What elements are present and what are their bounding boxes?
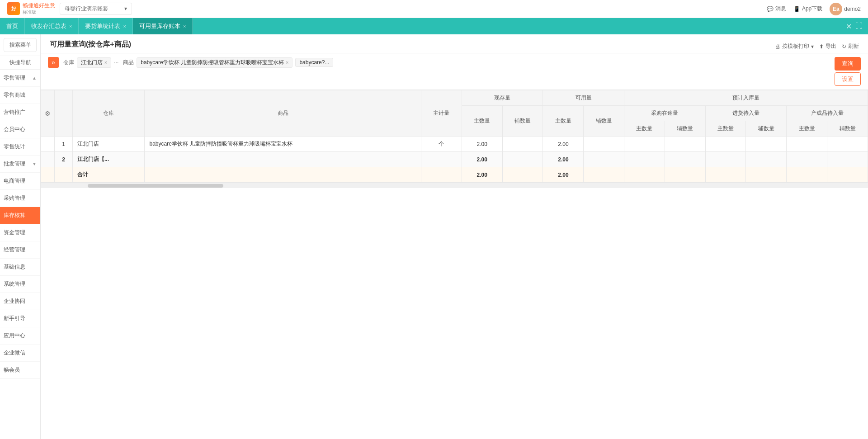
sidebar-search-button[interactable]: 搜索菜单	[4, 38, 37, 52]
th-purchase-aux: 辅数量	[665, 121, 705, 137]
top-bar-left: 好 畅捷通好生意 标准版 母婴行业演示账套 ▾	[7, 2, 132, 15]
top-bar: 好 畅捷通好生意 标准版 母婴行业演示账套 ▾ 💬 消息 📱 App下载 Ea …	[0, 0, 868, 18]
close-window-icon[interactable]: ✕	[846, 22, 852, 31]
tab-receive-summary-label: 收发存汇总表	[31, 22, 66, 30]
row1-incoming-aux	[746, 137, 787, 152]
user-area[interactable]: Ea demo2	[830, 3, 861, 15]
template-print-label: 按模板打印	[782, 42, 809, 50]
product-tag1-remove[interactable]: ×	[286, 60, 288, 65]
sidebar-item-purchase[interactable]: 采购管理	[0, 190, 40, 207]
expand-window-icon[interactable]: ⛶	[855, 22, 863, 30]
sidebar-item-marketing[interactable]: 营销推广	[0, 104, 40, 121]
message-label: 消息	[775, 5, 786, 13]
th-purchase-main: 主数量	[624, 121, 665, 137]
product-filter-value2: babycare?...	[299, 59, 329, 66]
group-available-main: 2.00	[543, 152, 584, 167]
sidebar-item-wholesale[interactable]: 批发管理 ▼	[0, 156, 40, 173]
th-incoming-group: 进货待入量	[705, 106, 787, 121]
page-title: 可用量查询(按仓库+商品)	[50, 40, 131, 49]
sidebar-item-system[interactable]: 系统管理	[0, 276, 40, 293]
total-produced-main	[787, 167, 827, 183]
tab-receive-summary[interactable]: 收发存汇总表 ×	[25, 18, 79, 34]
main-layout: 搜索菜单 快捷导航 零售管理 ▲ 零售商城 营销推广 会员中心 零售统计 批发管…	[0, 34, 868, 439]
product-filter-label: 商品	[123, 59, 134, 66]
group-row: 2 江北门店【... 2.00 2.00	[41, 152, 868, 167]
refresh-button[interactable]: ↻ 刷新	[842, 42, 859, 50]
logo-text-block: 畅捷通好生意 标准版	[23, 2, 55, 15]
warehouse-more-icon[interactable]: ···	[114, 59, 118, 66]
total-unit	[421, 167, 462, 183]
industry-selector[interactable]: 母婴行业演示账套 ▾	[60, 3, 132, 15]
sidebar-item-marketing-label: 营销推广	[4, 109, 25, 116]
th-stock-group: 现存量	[462, 90, 543, 106]
group-unit	[421, 152, 462, 167]
app-download-action[interactable]: 📱 App下载	[793, 5, 822, 13]
tab-home[interactable]: 首页	[0, 18, 25, 34]
settings-button[interactable]: 设置	[835, 72, 861, 86]
tab-available-stock-close[interactable]: ×	[183, 24, 186, 29]
message-action[interactable]: 💬 消息	[767, 5, 786, 13]
sidebar-item-retail-stats[interactable]: 零售统计	[0, 138, 40, 156]
row1-available-main: 2.00	[543, 137, 584, 152]
total-incoming-main	[705, 167, 746, 183]
group-incoming-main	[705, 152, 746, 167]
sidebar-item-enterprise-label: 企业协同	[4, 297, 25, 305]
sidebar-item-newbie-label: 新手引导	[4, 315, 25, 322]
sidebar-item-wechat[interactable]: 企业微信	[0, 345, 40, 362]
column-settings-icon[interactable]: ⚙	[45, 110, 51, 117]
horizontal-scrollbar[interactable]	[41, 183, 868, 188]
sidebar-item-newbie[interactable]: 新手引导	[0, 310, 40, 327]
tab-bar-right: ✕ ⛶	[846, 22, 868, 31]
tab-receive-summary-close[interactable]: ×	[69, 24, 72, 29]
query-button[interactable]: 查询	[835, 57, 861, 71]
sidebar-item-inventory-label: 库存核算	[4, 212, 25, 219]
sidebar-item-retail-mall[interactable]: 零售商城	[0, 87, 40, 104]
sidebar-item-finance[interactable]: 资金管理	[0, 224, 40, 241]
filter-expand-button[interactable]: »	[48, 57, 59, 68]
tab-available-stock[interactable]: 可用量库存账本 ×	[133, 18, 193, 34]
row1-incoming-main	[705, 137, 746, 152]
export-button[interactable]: ⬆ 导出	[819, 42, 836, 50]
warehouse-filter-field: 仓库 江北门店 × ···	[63, 57, 118, 68]
th-available-main: 主数量	[543, 106, 584, 137]
total-produced-aux	[827, 167, 868, 183]
th-produced-group: 产成品待入量	[787, 106, 868, 121]
th-forecast-group: 预计入库量	[624, 90, 868, 106]
chevron-down-icon: ▾	[124, 5, 127, 12]
sidebar-item-operations[interactable]: 经营管理	[0, 241, 40, 259]
group-no: 2	[55, 152, 73, 167]
filter-main: » 仓库 江北门店 × ··· 商品 babycare学饮杯 儿童防摔防撞吸管杯…	[48, 57, 830, 68]
tab-order-stats[interactable]: 要货单统计表 ×	[79, 18, 132, 34]
row1-no: 1	[55, 137, 73, 152]
template-print-button[interactable]: 🖨 按模板打印 ▾	[775, 42, 814, 50]
group-purchase-main	[624, 152, 665, 167]
tab-home-label: 首页	[6, 22, 18, 30]
table-container: ⚙ 仓库 商品 主计量 现存量 可用量 预计入库量 主数量 辅数量 主数量	[41, 90, 868, 439]
group-stock-main: 2.00	[462, 152, 502, 167]
warehouse-tag-remove[interactable]: ×	[104, 60, 107, 65]
th-stock-main: 主数量	[462, 106, 502, 137]
group-stock-aux	[502, 152, 543, 167]
sidebar-item-retail-mgmt[interactable]: 零售管理 ▲	[0, 70, 40, 87]
tab-order-stats-label: 要货单统计表	[85, 22, 120, 30]
sidebar-item-enterprise[interactable]: 企业协同	[0, 293, 40, 310]
sidebar-item-system-label: 系统管理	[4, 280, 25, 288]
warehouse-filter-label: 仓库	[63, 59, 74, 66]
sidebar-item-ecommerce[interactable]: 电商管理	[0, 173, 40, 190]
sidebar-item-basics[interactable]: 基础信息	[0, 259, 40, 276]
group-available-aux	[584, 152, 624, 167]
sidebar-item-member[interactable]: 会员中心	[0, 121, 40, 138]
sidebar-item-vip[interactable]: 畅会员	[0, 362, 40, 379]
sidebar-item-retail-mall-label: 零售商城	[4, 91, 25, 99]
sidebar-quick-nav[interactable]: 快捷导航	[0, 56, 40, 70]
th-product: 商品	[145, 90, 421, 137]
sidebar-item-purchase-label: 采购管理	[4, 194, 25, 202]
tab-order-stats-close[interactable]: ×	[123, 24, 126, 29]
sidebar-item-app-center[interactable]: 应用中心	[0, 327, 40, 345]
scrollbar-thumb[interactable]	[88, 184, 223, 188]
warehouse-filter-tag: 江北门店 ×	[77, 57, 111, 68]
chevron-up-icon: ▲	[32, 76, 37, 80]
sidebar-item-inventory[interactable]: 库存核算	[0, 207, 40, 224]
th-unit: 主计量	[421, 90, 462, 137]
total-product	[145, 167, 421, 183]
